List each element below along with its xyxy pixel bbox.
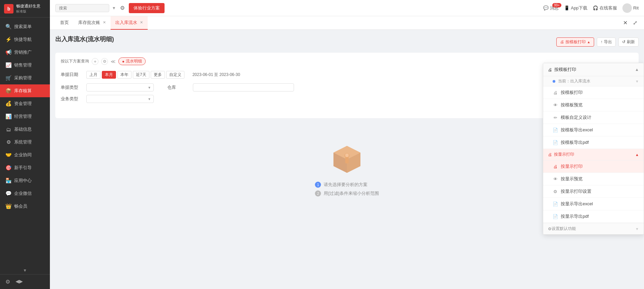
online-service-btn[interactable]: 🎧 在线客服 [593, 5, 617, 11]
app-logo: b 畅捷通好生意 标准版 [0, 0, 50, 18]
dropdown-item-template-excel[interactable]: 📄 按模板导出excel [543, 124, 644, 136]
sidebar-collapse-icon[interactable]: ◀▶ [16, 279, 23, 285]
trial-btn[interactable]: 体验行业方案 [129, 3, 165, 13]
print-template-btn[interactable]: 🖨 按模板打印 ▲ [556, 37, 594, 47]
date-btn-more[interactable]: 更多 [151, 71, 165, 79]
sidebar-item-inventory[interactable]: 📦 库存核算 [0, 84, 50, 97]
doc-type-select[interactable] [86, 83, 154, 91]
dropdown-header-chevron[interactable]: ▲ [635, 67, 639, 72]
dropdown-header: 🖨 按模板打印 ▲ [543, 63, 644, 76]
step2-num: 2 [315, 190, 321, 196]
display-settings-icon: ⚙ [553, 189, 558, 194]
doc-type-select-wrapper [86, 83, 154, 91]
sidebar-item-member[interactable]: 👑 畅会员 [0, 200, 50, 213]
sidebar-item-wechat[interactable]: 💬 企业微信 [0, 187, 50, 200]
dropdown-item-display-print[interactable]: 🖨 按显示打印 [543, 160, 644, 173]
date-btn-this-month[interactable]: 本月 [102, 71, 116, 79]
dropdown-header-title: 🖨 按模板打印 [548, 67, 576, 73]
dropdown-item-template-pdf[interactable]: 📄 按模板导出pdf [543, 136, 644, 149]
dropdown-section2-header: 🖨 按显示打印 ▲ [543, 149, 644, 160]
date-btn-custom[interactable]: 自定义 [166, 71, 184, 79]
sidebar-item-basic[interactable]: 🗂 基础信息 [0, 123, 50, 136]
tab-flow-close[interactable]: ✕ [140, 20, 143, 25]
sidebar: b 畅捷通好生意 标准版 🔍 搜索菜单 ⚡ 快捷导航 📢 营销推广 📈 销售管理… [0, 0, 50, 289]
sidebar-item-finance[interactable]: 💰 资金管理 [0, 97, 50, 110]
tab-batch-close[interactable]: ✕ [103, 20, 106, 25]
sidebar-item-sales[interactable]: 📈 销售管理 [0, 59, 50, 72]
display-preview-icon: 👁 [553, 176, 558, 182]
date-btn-last-month[interactable]: 上月 [86, 71, 100, 79]
message-badge: 99+ [552, 3, 561, 7]
sidebar-item-appstore[interactable]: 🏪 应用中心 [0, 174, 50, 187]
topbar-gear-icon[interactable]: ⚙ [120, 5, 125, 11]
dropdown-footer[interactable]: ⚙ 设置默认功能 ▼ [543, 223, 644, 234]
inventory-icon: 📦 [5, 88, 11, 94]
dropdown-item-display-preview[interactable]: 👁 按显示预览 [543, 173, 644, 185]
user-avatar-btn[interactable]: Rit [622, 3, 639, 13]
tabbar-expand-icon[interactable]: ⤢ [632, 18, 639, 27]
svg-point-8 [553, 80, 555, 83]
business-type-select[interactable] [86, 95, 154, 103]
tabbar-close-icon[interactable]: ✕ [622, 18, 629, 27]
page-title: 出入库流水(流水明细) [55, 35, 114, 43]
sidebar-settings-icon[interactable]: ⚙ [5, 279, 10, 285]
newbie-icon: 🎯 [5, 165, 11, 171]
sidebar-item-purchase[interactable]: 🛒 采购管理 [0, 72, 50, 84]
filter-tag-flow[interactable]: ● 流水明细 [118, 57, 146, 65]
date-btn-7days[interactable]: 近7天 [133, 71, 149, 79]
dropdown-item-template-custom[interactable]: ✏ 模板自定义设计 [543, 111, 644, 124]
dropdown-item-template-preview[interactable]: 👁 按模板预览 [543, 99, 644, 111]
export-icon: ↑ [601, 40, 603, 44]
date-field-label: 单据日期 [61, 72, 81, 78]
warehouse-input[interactable] [193, 83, 294, 91]
tabbar-right-actions: ✕ ⤢ [622, 18, 639, 27]
system-icon: ⚙ [5, 139, 11, 145]
sidebar-item-search[interactable]: 🔍 搜索菜单 [0, 20, 50, 33]
tab-flow[interactable]: 出入库流水 ✕ [111, 16, 148, 30]
section2-chevron[interactable]: ▲ [635, 153, 639, 157]
app-download-btn[interactable]: 📱 App下载 [564, 5, 587, 11]
dropdown-item-template-print[interactable]: 🖨 按模板打印 [543, 86, 644, 99]
search-icon: 🔍 [5, 24, 11, 30]
main-content: ▼ ⚙ 体验行业方案 💬 消息 99+ 📱 App下载 🎧 在线客服 Rit [50, 0, 644, 289]
date-btn-this-year[interactable]: 本年 [117, 71, 131, 79]
chevron-up-icon: ▲ [587, 40, 590, 44]
sidebar-nav: 🔍 搜索菜单 ⚡ 快捷导航 📢 营销推广 📈 销售管理 🛒 采购管理 📦 库存核… [0, 18, 50, 267]
display-excel-icon: 📄 [553, 201, 558, 207]
export-btn[interactable]: ↑ 导出 [597, 37, 616, 47]
empty-step-1: 1 请先选择要分析的方案 [315, 182, 379, 188]
dropdown-item-display-excel[interactable]: 📄 按显示导出excel [543, 198, 644, 210]
section2-header-icon: 🖨 [548, 152, 552, 157]
finance-icon: 💰 [5, 101, 11, 107]
empty-icon [330, 142, 364, 176]
sidebar-item-newbie[interactable]: 🎯 新手引导 [0, 161, 50, 174]
message-btn[interactable]: 💬 消息 99+ [543, 5, 559, 11]
date-range-display: 2023-06-01 至 2023-06-30 [193, 72, 240, 78]
filter-add-btn[interactable]: + [92, 58, 98, 65]
tab-batch[interactable]: 库存批次账 ✕ [74, 16, 111, 30]
filter-settings-btn[interactable]: ⚙ [101, 58, 108, 65]
dropdown-current: 当前：出入库流水 ▼ [543, 76, 644, 86]
refresh-btn[interactable]: ↺ 刷新 [618, 37, 639, 47]
operation-icon: 📊 [5, 113, 11, 120]
logo-icon: b [4, 4, 13, 14]
member-icon: 👑 [5, 203, 11, 209]
logo-text: 畅捷通好生意 标准版 [16, 3, 40, 14]
topbar-search-chevron[interactable]: ▼ [112, 6, 116, 10]
message-icon: 💬 [543, 5, 549, 10]
sidebar-item-shortcut[interactable]: ⚡ 快捷导航 [0, 33, 50, 46]
print-dropdown-panel: 🖨 按模板打印 ▲ 当前：出入库流水 ▼ 🖨 按模板打印 👁 按模板预览 [543, 63, 644, 235]
topbar-search-input[interactable] [55, 4, 109, 12]
sidebar-item-enterprise[interactable]: 🤝 企业协同 [0, 149, 50, 161]
dropdown-item-display-print-settings[interactable]: ⚙ 按显示打印设置 [543, 185, 644, 198]
shortcut-icon: ⚡ [5, 36, 11, 43]
tab-home[interactable]: 首页 [55, 16, 74, 30]
template-pdf-icon: 📄 [553, 140, 558, 145]
sidebar-item-marketing[interactable]: 📢 营销推广 [0, 46, 50, 59]
enterprise-icon: 🤝 [5, 152, 11, 158]
dropdown-item-display-pdf[interactable]: 📄 按显示导出pdf [543, 210, 644, 223]
sidebar-item-system[interactable]: ⚙ 系统管理 [0, 136, 50, 149]
date-buttons: 上月 本月 本年 近7天 更多 自定义 [86, 71, 184, 79]
sidebar-item-operation[interactable]: 📊 经营管理 [0, 110, 50, 123]
filter-collapse-btn[interactable]: ≪ [111, 59, 116, 64]
